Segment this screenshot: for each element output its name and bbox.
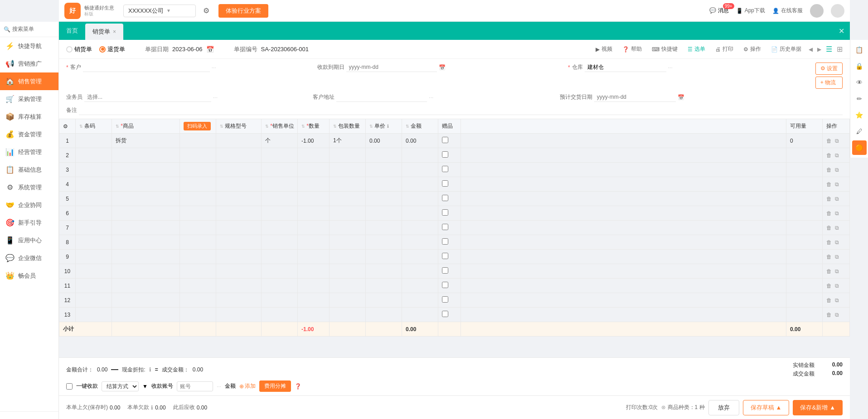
- user-avatar[interactable]: [810, 4, 824, 18]
- sidebar-item-finance[interactable]: 💰资金管理: [0, 125, 58, 143]
- copy-icon[interactable]: ⧉: [835, 167, 839, 173]
- app-download-link[interactable]: 📱 App下载: [736, 7, 765, 14]
- calendar-icon[interactable]: 📅: [206, 46, 214, 53]
- one-click-payment-checkbox[interactable]: [66, 383, 73, 390]
- row-price[interactable]: [366, 264, 402, 279]
- delete-icon[interactable]: 🗑: [826, 268, 832, 275]
- sidebar-item-operations[interactable]: 📊经营管理: [0, 143, 58, 161]
- sidebar-item-system[interactable]: ⚙系统管理: [0, 178, 58, 196]
- copy-icon[interactable]: ⧉: [835, 297, 839, 303]
- remarks-input[interactable]: [79, 106, 843, 115]
- copy-icon[interactable]: ⧉: [835, 268, 839, 275]
- sidebar-item-purchase[interactable]: 🛒采购管理: [0, 90, 58, 108]
- row-goods[interactable]: [112, 192, 180, 206]
- customer-more-btn[interactable]: ···: [212, 64, 216, 71]
- row-qty[interactable]: [298, 250, 330, 264]
- settlement-method-select[interactable]: 结算方式: [102, 381, 139, 391]
- row-barcode[interactable]: [76, 308, 112, 322]
- row-gift[interactable]: [438, 221, 461, 235]
- row-barcode[interactable]: [76, 235, 112, 250]
- delivery-date-input[interactable]: [594, 92, 676, 102]
- row-qty[interactable]: [298, 163, 330, 177]
- delete-icon[interactable]: 🗑: [826, 138, 832, 144]
- row-unit[interactable]: [262, 308, 298, 322]
- row-barcode[interactable]: [76, 206, 112, 221]
- row-pkgqty[interactable]: [330, 308, 366, 322]
- delete-icon[interactable]: 🗑: [826, 196, 832, 202]
- row-pkgqty[interactable]: [330, 192, 366, 206]
- add-payment-btn[interactable]: ⊕ 添加: [239, 382, 256, 390]
- save-draft-button[interactable]: 保存草稿 ▲: [743, 400, 790, 415]
- row-qty[interactable]: [298, 279, 330, 293]
- row-barcode[interactable]: [76, 148, 112, 163]
- row-spec[interactable]: [216, 177, 262, 192]
- history-btn[interactable]: 📄 历史单据: [768, 44, 804, 54]
- tab-close-button[interactable]: ×: [113, 29, 116, 35]
- row-pkgqty[interactable]: [330, 221, 366, 235]
- row-price[interactable]: [366, 293, 402, 308]
- row-spec[interactable]: [216, 221, 262, 235]
- salesperson-input[interactable]: [84, 92, 211, 102]
- row-qty[interactable]: [298, 264, 330, 279]
- sidebar-item-member[interactable]: 👑畅会员: [0, 267, 58, 284]
- th-setting[interactable]: ⚙: [59, 119, 76, 134]
- table-container[interactable]: ⚙ ⇅ 条码 ⇅ *商品 扫码录入 ⇅ 规格型号: [59, 119, 850, 357]
- sidebar-item-sales[interactable]: 🏠销售管理: [0, 72, 58, 90]
- row-amount[interactable]: [402, 235, 438, 250]
- row-amount[interactable]: [402, 192, 438, 206]
- row-pkgqty[interactable]: [330, 235, 366, 250]
- row-gift[interactable]: [438, 148, 461, 163]
- row-spec[interactable]: [216, 134, 262, 148]
- right-panel-orange[interactable]: 🟠: [852, 140, 867, 155]
- number-value[interactable]: SA-20230606-001: [261, 46, 309, 53]
- row-price[interactable]: [366, 308, 402, 322]
- row-spec[interactable]: [216, 206, 262, 221]
- row-amount[interactable]: [402, 206, 438, 221]
- row-spec[interactable]: [216, 308, 262, 322]
- row-qty[interactable]: [298, 206, 330, 221]
- delete-icon[interactable]: 🗑: [826, 152, 832, 159]
- company-selector[interactable]: XXXXXX公司 ▼: [123, 5, 196, 17]
- row-gift[interactable]: [438, 192, 461, 206]
- row-amount[interactable]: [402, 163, 438, 177]
- view-list-btn[interactable]: ☰: [826, 45, 832, 53]
- nav-prev-btn[interactable]: ◀: [809, 46, 813, 53]
- notification-area[interactable]: 💬 消息 99+: [709, 7, 728, 14]
- row-barcode[interactable]: [76, 163, 112, 177]
- row-pkgqty[interactable]: [330, 279, 366, 293]
- sidebar-item-quick-nav[interactable]: ⚡快捷导航: [0, 37, 58, 55]
- delete-icon[interactable]: 🗑: [826, 181, 832, 188]
- copy-icon[interactable]: ⧉: [835, 283, 839, 289]
- row-spec[interactable]: [216, 293, 262, 308]
- row-unit[interactable]: [262, 148, 298, 163]
- row-qty[interactable]: [298, 293, 330, 308]
- row-spec[interactable]: [216, 148, 262, 163]
- row-qty[interactable]: [298, 235, 330, 250]
- delete-icon[interactable]: 🗑: [826, 225, 832, 231]
- row-pkgqty[interactable]: [330, 163, 366, 177]
- row-pkgqty[interactable]: [330, 206, 366, 221]
- row-amount[interactable]: [402, 308, 438, 322]
- row-goods[interactable]: [112, 279, 180, 293]
- row-gift[interactable]: [438, 235, 461, 250]
- row-gift[interactable]: [438, 177, 461, 192]
- help-btn[interactable]: ❓ 帮助: [620, 44, 645, 54]
- delete-icon[interactable]: 🗑: [826, 254, 832, 260]
- delete-icon[interactable]: 🗑: [826, 297, 832, 303]
- row-price[interactable]: 0.00: [366, 134, 402, 148]
- abandon-button[interactable]: 放弃: [708, 400, 739, 415]
- row-unit[interactable]: [262, 235, 298, 250]
- logistics-button[interactable]: + 物流: [815, 77, 843, 89]
- sidebar-item-guide[interactable]: 🎯新手引导: [0, 214, 58, 231]
- row-gift[interactable]: [438, 163, 461, 177]
- row-gift[interactable]: [438, 134, 461, 148]
- sidebar-search[interactable]: 🔍 搜索菜单: [0, 22, 58, 37]
- customer-address-input[interactable]: [336, 92, 427, 102]
- right-panel-edit[interactable]: ✏: [852, 92, 867, 106]
- row-price[interactable]: [366, 279, 402, 293]
- row-spec[interactable]: [216, 250, 262, 264]
- row-price[interactable]: [366, 235, 402, 250]
- row-spec[interactable]: [216, 163, 262, 177]
- row-amount[interactable]: 0.00: [402, 134, 438, 148]
- copy-icon[interactable]: ⧉: [835, 210, 839, 217]
